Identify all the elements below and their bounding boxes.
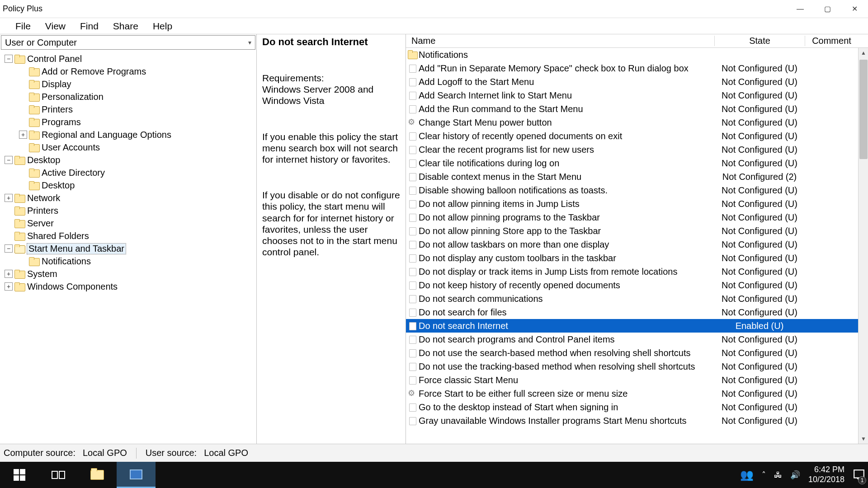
tray-chevron-up-icon[interactable]: ˄ [762,470,766,480]
close-button[interactable]: ✕ [841,0,868,18]
policy-icon [408,335,417,344]
column-state[interactable]: State [714,36,805,46]
row-state: Not Configured (U) [714,90,805,101]
list-folder-row[interactable]: Notifications [406,48,858,61]
policy-row[interactable]: Disable context menus in the Start MenuN… [406,170,858,183]
tree-item[interactable]: Printers [42,104,73,115]
policy-row[interactable]: Disable showing balloon notifications as… [406,183,858,197]
policy-row[interactable]: Do not allow taskbars on more than one d… [406,238,858,251]
policy-row[interactable]: Clear history of recently opened documen… [406,129,858,143]
policy-row[interactable]: Do not display or track items in Jump Li… [406,265,858,278]
folder-icon [14,244,24,253]
policy-row[interactable]: Change Start Menu power buttonNot Config… [406,116,858,129]
tree-item[interactable]: Printers [27,206,58,216]
tree-item[interactable]: Notifications [42,256,91,267]
column-comment[interactable]: Comment [805,36,858,46]
policy-row[interactable]: Add Search Internet link to Start MenuNo… [406,89,858,102]
menu-help[interactable]: Help [146,19,179,33]
row-name: Do not allow pinning Store app to the Ta… [419,226,714,236]
expander-minus-icon[interactable]: − [5,55,13,63]
policy-row[interactable]: Force Start to be either full screen siz… [406,387,858,400]
menu-file[interactable]: File [8,19,38,33]
policy-row[interactable]: Clear tile notifications during log onNo… [406,156,858,170]
tree-start-menu[interactable]: Start Menu and Taskbar [27,244,126,254]
policy-icon [408,321,417,330]
row-state: Enabled (U) [714,321,805,331]
policy-row[interactable]: Do not search communicationsNot Configur… [406,292,858,305]
policy-row[interactable]: Go to the desktop instead of Start when … [406,400,858,414]
policy-tree[interactable]: − Control Panel Add or Remove Programs D… [0,51,256,444]
menu-find[interactable]: Find [73,19,106,33]
policy-row[interactable]: Do not keep history of recently opened d… [406,278,858,292]
policy-row[interactable]: Add the Run command to the Start MenuNot… [406,102,858,116]
row-state: Not Configured (U) [714,226,805,236]
svg-rect-6 [130,470,142,479]
expander-plus-icon[interactable]: + [19,131,27,139]
tree-item[interactable]: Regional and Language Options [42,130,171,140]
description-body-1: If you enable this policy the start menu… [262,131,401,165]
expander-minus-icon[interactable]: − [5,244,13,253]
scroll-down-icon[interactable]: ▼ [859,434,868,444]
policy-row[interactable]: Do not search for filesNot Configured (U… [406,305,858,319]
scope-label: User or Computer [5,38,77,48]
tree-item[interactable]: Windows Components [27,282,118,292]
network-icon[interactable]: 🖧 [774,470,782,480]
tree-item[interactable]: Network [27,193,60,203]
policy-row[interactable]: Do not allow pinning items in Jump Lists… [406,197,858,211]
folder-icon [29,67,39,75]
minimize-button[interactable]: — [787,0,814,18]
expander-plus-icon[interactable]: + [5,194,13,202]
policy-row[interactable]: Clear the recent programs list for new u… [406,143,858,156]
policy-icon [408,104,417,113]
status-user-label: User source: [146,448,197,458]
policy-row[interactable]: Gray unavailable Windows Installer progr… [406,414,858,427]
action-center-button[interactable]: 1 [850,462,868,488]
policy-row[interactable]: Force classic Start MenuNot Configured (… [406,373,858,387]
people-icon[interactable]: 👥 [740,469,754,481]
column-name[interactable]: Name [406,36,714,46]
menu-share[interactable]: Share [106,19,146,33]
expander-plus-icon[interactable]: + [5,282,13,291]
scroll-thumb[interactable] [859,60,868,159]
row-state: Not Configured (U) [714,77,805,87]
folder-icon [408,50,417,59]
menu-view[interactable]: View [38,19,73,33]
expander-plus-icon[interactable]: + [5,270,13,278]
policy-row[interactable]: Do not use the tracking-based method whe… [406,360,858,373]
taskbar: 👥 ˄ 🖧 🔊 6:42 PM 10/2/2018 1 [0,462,868,488]
policy-row[interactable]: Do not search InternetEnabled (U) [406,319,858,333]
tree-item[interactable]: Personalization [42,92,104,102]
policy-row[interactable]: Do not display any custom toolbars in th… [406,251,858,265]
policy-row[interactable]: Do not allow pinning programs to the Tas… [406,211,858,224]
tree-item[interactable]: Display [42,79,71,89]
scrollbar[interactable]: ▲ ▼ [858,48,868,444]
scope-dropdown[interactable]: User or Computer ▾ [1,35,255,50]
row-name: Gray unavailable Windows Installer progr… [419,416,714,426]
clock[interactable]: 6:42 PM 10/2/2018 [803,465,850,484]
policy-row[interactable]: Do not search programs and Control Panel… [406,333,858,346]
file-explorer-button[interactable] [78,462,117,488]
policy-row[interactable]: Add Logoff to the Start MenuNot Configur… [406,75,858,89]
volume-icon[interactable]: 🔊 [790,470,800,480]
tree-item[interactable]: User Accounts [42,142,100,153]
policy-plus-task-button[interactable] [117,462,156,488]
folder-icon [29,80,39,88]
tree-desktop[interactable]: Desktop [27,155,60,165]
tree-item[interactable]: Shared Folders [27,231,89,241]
tree-control-panel[interactable]: Control Panel [27,54,82,64]
policy-icon [408,403,417,412]
policy-row[interactable]: Do not allow pinning Store app to the Ta… [406,224,858,238]
tree-item[interactable]: Server [27,218,54,229]
tree-item[interactable]: Programs [42,117,81,127]
maximize-button[interactable]: ▢ [814,0,841,18]
tree-item[interactable]: Active Directory [42,168,105,178]
expander-minus-icon[interactable]: − [5,156,13,164]
tree-item[interactable]: Desktop [42,180,75,191]
task-view-button[interactable] [39,462,78,488]
policy-row[interactable]: Do not use the search-based method when … [406,346,858,360]
tree-item[interactable]: Add or Remove Programs [42,66,146,77]
scroll-up-icon[interactable]: ▲ [859,48,868,58]
policy-row[interactable]: Add "Run in Separate Memory Space" check… [406,61,858,75]
start-button[interactable] [0,462,39,488]
tree-item[interactable]: System [27,269,57,279]
